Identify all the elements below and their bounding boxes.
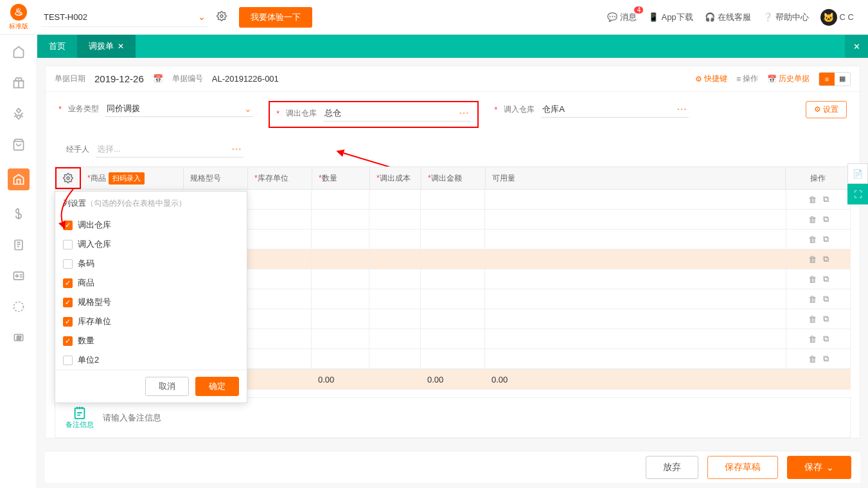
copy-icon[interactable]: ⧉ — [823, 354, 829, 364]
nav-bag-icon[interactable] — [12, 138, 26, 152]
biz-type-select[interactable]: 同价调拨 ⌄ — [105, 101, 253, 117]
operate-link[interactable]: ≡ 操作 — [736, 73, 758, 84]
column-option[interactable]: ✓规格型号 — [63, 293, 239, 312]
tabs-bar: 首页 调拨单 ✕ ✕ — [37, 35, 868, 58]
nav-loading-icon[interactable] — [12, 300, 26, 314]
svg-rect-10 — [75, 408, 85, 419]
column-settings-button[interactable] — [55, 167, 81, 189]
app-download-button[interactable]: 📱 App下载 — [648, 12, 693, 23]
required-mark: * — [494, 105, 497, 114]
trash-icon[interactable]: 🗑 — [808, 354, 817, 364]
org-settings-button[interactable] — [212, 11, 231, 23]
col-unit: *库存单位 — [248, 167, 312, 189]
column-option[interactable]: 调入仓库 — [63, 235, 239, 254]
form-settings-button[interactable]: ⚙ 设置 — [806, 101, 847, 118]
save-draft-button[interactable]: 保存草稿 — [707, 456, 778, 479]
trash-icon[interactable]: 🗑 — [808, 255, 817, 264]
column-option[interactable]: ✓数量 — [63, 331, 239, 350]
remarks-input[interactable] — [103, 413, 840, 422]
user-menu[interactable]: 🐱 C C — [820, 9, 854, 26]
form-row-2: 经手人 选择... ⋯ — [46, 132, 860, 161]
copy-icon[interactable]: ⧉ — [823, 194, 829, 204]
trial-button[interactable]: 我要体验一下 — [239, 7, 312, 28]
tab-transfer-order[interactable]: 调拨单 ✕ — [77, 35, 136, 58]
column-option[interactable]: ✓调出仓库 — [63, 215, 239, 235]
close-icon[interactable]: ✕ — [118, 42, 124, 51]
history-link[interactable]: 📅 历史单据 — [767, 73, 810, 84]
checkbox-icon — [63, 259, 73, 269]
content-area: 单据日期 2019-12-26 📅 单据编号 AL-20191226-001 ⚙… — [37, 58, 868, 488]
col-product: *商品扫码录入 — [81, 167, 184, 189]
msg-badge: 4 — [634, 6, 643, 14]
nav-warehouse-icon[interactable] — [8, 168, 30, 190]
column-option-label: 单位2 — [78, 354, 99, 366]
view-grid-button[interactable]: ▦ — [835, 73, 850, 86]
nav-money-icon[interactable] — [12, 207, 26, 221]
column-option[interactable]: ✓库存单位 — [63, 312, 239, 331]
view-toggle: ≡ ▦ — [819, 72, 851, 86]
close-all-tabs[interactable]: ✕ — [845, 35, 868, 58]
doc-header: 单据日期 2019-12-26 📅 单据编号 AL-20191226-001 ⚙… — [46, 66, 860, 92]
cancel-button[interactable]: 取消 — [145, 377, 189, 396]
view-list-button[interactable]: ≡ — [819, 73, 835, 86]
column-option-label: 数量 — [78, 335, 94, 347]
nav-new-icon[interactable]: 新 — [12, 330, 26, 345]
copy-icon[interactable]: ⧉ — [823, 314, 829, 324]
svg-point-5 — [13, 302, 23, 312]
nav-id-icon[interactable] — [12, 269, 26, 283]
footer-qty: 0.00 — [312, 370, 369, 390]
copy-icon[interactable]: ⧉ — [823, 214, 829, 224]
org-selector[interactable]: TEST-H002 ⌄ — [41, 8, 208, 27]
column-option[interactable]: 条码 — [63, 254, 239, 273]
footer-amt: 0.00 — [421, 370, 485, 390]
help-center-button[interactable]: ❔ 帮助中心 — [763, 12, 809, 23]
column-option-label: 规格型号 — [78, 296, 111, 308]
nav-home-icon[interactable] — [12, 45, 26, 59]
top-header: ♨ 标准版 TEST-H002 ⌄ 我要体验一下 💬 消息 4 📱 App下载 … — [0, 0, 868, 35]
chevron-down-icon: ⌄ — [826, 462, 834, 473]
copy-icon[interactable]: ⧉ — [823, 274, 829, 284]
trash-icon[interactable]: 🗑 — [808, 334, 817, 344]
column-option[interactable]: 单位2 — [63, 350, 239, 370]
nav-diamond-icon[interactable] — [12, 107, 26, 121]
scan-input-button[interactable]: 扫码录入 — [109, 172, 145, 185]
more-icon: ⋯ — [459, 107, 470, 119]
save-button[interactable]: 保存 ⌄ — [787, 456, 851, 479]
shortcut-link[interactable]: ⚙ 快捷键 — [695, 73, 727, 84]
notes-panel-button[interactable]: 📄 — [847, 163, 868, 184]
checkbox-icon — [63, 356, 73, 365]
handler-select[interactable]: 选择... ⋯ — [96, 141, 244, 158]
trash-icon[interactable]: 🗑 — [808, 215, 817, 224]
checkbox-icon: ✓ — [63, 221, 73, 230]
messages-button[interactable]: 💬 消息 4 — [607, 12, 637, 23]
svg-text:新: 新 — [16, 336, 21, 340]
column-option[interactable]: ✓商品 — [63, 273, 239, 293]
column-settings-popover: 列设置（勾选的列会在表格中显示） ✓调出仓库调入仓库条码✓商品✓规格型号✓库存单… — [55, 191, 247, 403]
out-warehouse-select[interactable]: 总仓 ⋯ — [323, 105, 471, 122]
trash-icon[interactable]: 🗑 — [808, 235, 817, 244]
copy-icon[interactable]: ⧉ — [823, 294, 829, 304]
help-icon: ❔ — [763, 12, 773, 22]
calendar-icon[interactable]: 📅 — [153, 74, 163, 84]
col-amt: *调出金额 — [421, 167, 486, 189]
col-spec: 规格型号 — [184, 167, 248, 189]
in-warehouse-select[interactable]: 仓库A ⋯ — [541, 101, 689, 118]
doc-date[interactable]: 2019-12-26 — [94, 73, 144, 84]
discard-button[interactable]: 放弃 — [646, 456, 698, 479]
column-list[interactable]: ✓调出仓库调入仓库条码✓商品✓规格型号✓库存单位✓数量单位2 — [55, 215, 247, 370]
trash-icon[interactable]: 🗑 — [808, 275, 817, 284]
trash-icon[interactable]: 🗑 — [808, 195, 817, 204]
confirm-button[interactable]: 确定 — [195, 377, 239, 396]
trash-icon[interactable]: 🗑 — [808, 294, 817, 304]
copy-icon[interactable]: ⧉ — [823, 234, 829, 244]
tab-home[interactable]: 首页 — [37, 35, 77, 58]
fullscreen-button[interactable]: ⛶ — [847, 184, 868, 204]
brand-logo[interactable]: ♨ 标准版 — [0, 4, 37, 31]
nav-clipboard-icon[interactable] — [12, 238, 26, 252]
trash-icon[interactable]: 🗑 — [808, 314, 817, 324]
copy-icon[interactable]: ⧉ — [823, 334, 829, 344]
checkbox-icon — [63, 240, 73, 249]
online-service-button[interactable]: 🎧 在线客服 — [705, 12, 751, 23]
nav-gift-icon[interactable] — [12, 76, 26, 90]
copy-icon[interactable]: ⧉ — [823, 254, 829, 264]
